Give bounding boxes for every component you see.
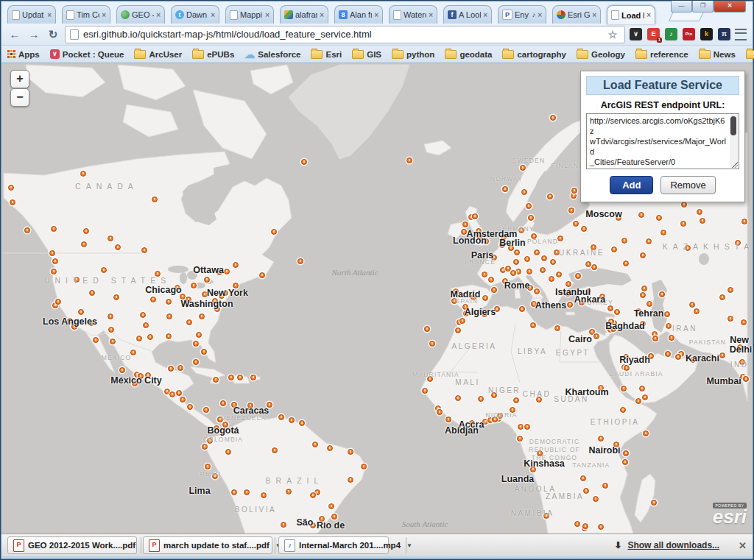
download-item-march-update-to-staf-pdf[interactable]: march update to staf....pdf▼ — [143, 536, 272, 554]
download-bar-close-icon[interactable]: ✕ — [739, 540, 747, 551]
evernote-extension-icon[interactable]: E1 — [647, 28, 660, 40]
city-dot[interactable] — [186, 319, 192, 325]
city-dot[interactable] — [202, 444, 208, 450]
city-dot[interactable] — [424, 326, 430, 332]
city-dot[interactable] — [136, 336, 142, 341]
city-dot[interactable] — [462, 221, 468, 227]
textarea-scrollbar[interactable] — [730, 115, 738, 168]
city-dot[interactable] — [204, 277, 210, 283]
bookmark-salesforce[interactable]: ☁Salesforce — [244, 50, 300, 59]
city-dot[interactable] — [517, 436, 523, 442]
city-dot[interactable] — [166, 333, 172, 339]
city-dot[interactable] — [81, 241, 87, 247]
city-dot[interactable] — [534, 249, 540, 255]
city-dot[interactable] — [635, 398, 641, 404]
tab-load-f[interactable]: Load F× — [607, 5, 655, 24]
city-dot[interactable] — [741, 219, 747, 224]
city-dot[interactable] — [166, 299, 172, 305]
city-dot[interactable] — [259, 272, 265, 278]
city-dot[interactable] — [244, 489, 250, 495]
city-dot[interactable] — [526, 269, 532, 274]
city-dot[interactable] — [727, 316, 733, 322]
tab-esri-git[interactable]: Esri Git× — [552, 5, 601, 24]
city-dot[interactable] — [115, 244, 121, 250]
city-dot[interactable] — [176, 390, 182, 396]
bookmark-arcuser[interactable]: ArcUser — [134, 50, 182, 59]
city-dot[interactable] — [646, 238, 652, 244]
bookmark-reference[interactable]: reference — [635, 50, 688, 59]
city-dot[interactable] — [348, 477, 353, 483]
bookmark-apps[interactable]: Apps — [7, 50, 40, 59]
city-dot[interactable] — [108, 313, 113, 319]
city-dot[interactable] — [593, 496, 599, 502]
city-dot[interactable] — [93, 337, 99, 343]
city-dot[interactable] — [571, 188, 577, 194]
city-dot[interactable] — [110, 339, 116, 344]
show-all-downloads-link[interactable]: Show all downloads... — [627, 540, 719, 550]
city-dot[interactable] — [233, 262, 239, 268]
city-dot[interactable] — [743, 376, 749, 382]
city-dot[interactable] — [534, 288, 540, 294]
city-dot[interactable] — [680, 221, 686, 227]
city-dot[interactable] — [664, 311, 670, 317]
city-dot[interactable] — [574, 521, 580, 527]
city-dot[interactable] — [297, 258, 303, 264]
textarea-resize-handle[interactable] — [732, 162, 738, 168]
tab-close-icon[interactable]: × — [265, 11, 269, 19]
city-dot[interactable] — [620, 407, 626, 413]
city-dot[interactable] — [331, 514, 337, 520]
bookmark-geology[interactable]: Geology — [577, 50, 625, 59]
city-dot[interactable] — [327, 445, 333, 451]
city-dot[interactable] — [108, 235, 113, 241]
city-dot[interactable] — [281, 522, 286, 528]
download-item-geo-2012-2015-work-pdf[interactable]: GEO 2012-2015 Work....pdf▼ — [7, 536, 137, 554]
city-dot[interactable] — [514, 249, 520, 255]
city-dot[interactable] — [598, 524, 604, 530]
city-dot[interactable] — [582, 523, 588, 529]
city-dot[interactable] — [567, 302, 573, 308]
minimize-button[interactable]: — — [671, 1, 692, 13]
city-dot[interactable] — [141, 247, 147, 253]
city-dot[interactable] — [55, 299, 61, 305]
kindle-extension-icon[interactable]: k — [700, 28, 713, 40]
city-dot[interactable] — [147, 334, 153, 340]
city-dot[interactable] — [549, 276, 554, 282]
download-dropdown-caret[interactable]: ▼ — [406, 537, 412, 553]
reload-icon[interactable]: ↻ — [46, 28, 60, 41]
city-dot[interactable] — [646, 301, 652, 307]
city-dot[interactable] — [191, 283, 197, 288]
city-dot[interactable] — [689, 302, 695, 308]
city-dot[interactable] — [225, 449, 231, 455]
tab-updat[interactable]: Updat× — [7, 5, 56, 24]
city-dot[interactable] — [119, 367, 125, 373]
tab-close-icon[interactable]: × — [320, 11, 324, 19]
city-dot[interactable] — [513, 397, 519, 403]
city-dot[interactable] — [524, 424, 530, 430]
city-dot[interactable] — [515, 269, 521, 274]
pi-extension-icon[interactable]: π — [718, 28, 730, 40]
city-dot[interactable] — [602, 483, 608, 489]
city-dot[interactable] — [301, 159, 307, 165]
city-dot[interactable] — [24, 227, 30, 233]
city-dot[interactable] — [482, 272, 487, 277]
city-dot[interactable] — [639, 386, 645, 391]
city-dot[interactable] — [472, 213, 478, 219]
zoom-in-button[interactable]: + — [10, 70, 29, 88]
city-dot[interactable] — [640, 292, 646, 298]
city-dot[interactable] — [199, 313, 205, 319]
tab-waterc[interactable]: Waterc× — [389, 5, 437, 24]
bookmark-pocket-queue[interactable]: ∨Pocket : Queue — [50, 49, 124, 59]
city-dot[interactable] — [694, 308, 700, 314]
city-dot[interactable] — [530, 322, 536, 328]
city-dot[interactable] — [406, 157, 412, 163]
city-dot[interactable] — [271, 229, 277, 235]
map-canvas[interactable]: CANADAUNITED STATESMEXICOVENEZUELACOLOMB… — [1, 63, 753, 534]
city-dot[interactable] — [422, 388, 428, 394]
city-dot[interactable] — [666, 323, 672, 329]
city-dot[interactable] — [231, 489, 237, 495]
pocket-extension-icon[interactable]: ∨ — [630, 28, 642, 40]
bookmark-cartography[interactable]: cartography — [502, 50, 566, 59]
city-dot[interactable] — [581, 226, 587, 232]
zoom-out-button[interactable]: − — [10, 88, 29, 107]
city-dot[interactable] — [445, 417, 451, 422]
